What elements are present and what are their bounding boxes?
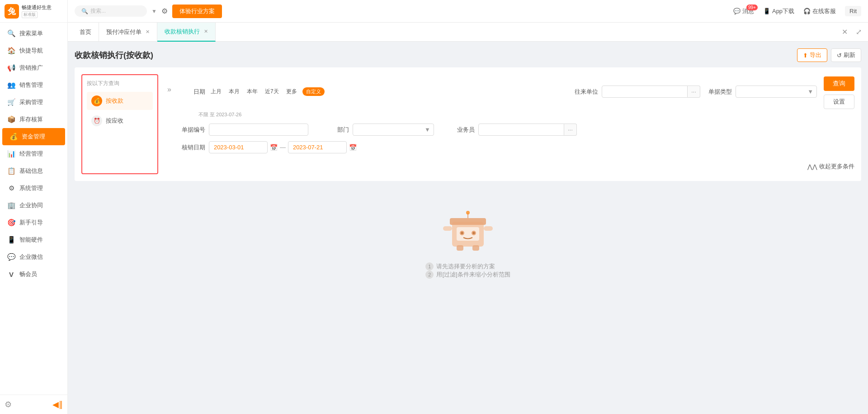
sidebar-item-guide[interactable]: 🎯 新手引导 (0, 214, 67, 231)
writeoff-date-start-input[interactable]: 2023-03-01 (209, 141, 268, 153)
sidebar-item-wechat[interactable]: 💬 企业微信 (0, 248, 67, 266)
sidebar-item-smart[interactable]: 📱 智能硬件 (0, 231, 67, 248)
doc-no-input[interactable] (209, 124, 308, 136)
tab-receipt-close-icon[interactable]: ✕ (204, 29, 208, 34)
svg-point-6 (473, 232, 475, 234)
app-name: 畅捷通好生意 (22, 4, 52, 10)
svg-rect-12 (472, 245, 479, 251)
writeoff-date-range: 2023-03-01 📅 — 2023-07-21 📅 (209, 141, 357, 153)
writeoff-date-end-input[interactable]: 2023-07-21 (288, 141, 347, 153)
sidebar-item-marketing[interactable]: 📢 营销推广 (0, 59, 67, 76)
collapse-sidebar-btn[interactable]: ◀‖ (52, 400, 63, 409)
sidebar-nav: 🔍 搜索菜单 🏠 快捷导航 📢 营销推广 👥 销售管理 🛒 采购管理 📦 库存核… (0, 23, 67, 395)
tab-bar: 首页 预付冲应付单 ✕ 收款核销执行 ✕ ✕ ⤢ (68, 23, 868, 42)
svg-rect-11 (457, 245, 463, 251)
staff-input-group: ··· (478, 124, 577, 136)
query-form: 日期 上月 本月 本年 近7天 更多 自定义 (180, 74, 854, 174)
dept-select-wrapper: ▼ (353, 124, 434, 136)
tab-prepay-offset[interactable]: 预付冲应付单 ✕ (99, 23, 157, 42)
sidebar-item-operation[interactable]: 📊 经营管理 (0, 145, 67, 162)
query-button[interactable]: 查询 (824, 76, 854, 91)
guide-icon: 🎯 (7, 219, 16, 227)
calendar-end-icon[interactable]: 📅 (349, 144, 357, 151)
sidebar-label-member: 畅会员 (19, 270, 37, 278)
page-title: 收款核销执行(按收款) (75, 50, 153, 61)
corp-icon: 🏢 (7, 201, 16, 209)
collapse-more-button[interactable]: ⋀⋀ 收起更多条件 (180, 159, 854, 174)
doc-type-field: 单据类型 ▼ (707, 86, 817, 98)
basic-icon: 📋 (7, 167, 16, 175)
sidebar-logo: 兔 畅捷通好生意 标准版 (0, 0, 67, 23)
staff-input[interactable] (478, 124, 564, 136)
filter-area: 按以下方查询 💰 按收款 ⏰ 按应收 » (75, 67, 861, 181)
step-2-text: 用[过滤]条件来缩小分析范围 (436, 271, 510, 279)
sidebar-item-search[interactable]: 🔍 搜索菜单 (0, 25, 67, 42)
sidebar-item-member[interactable]: V 畅会员 (0, 266, 67, 283)
doc-no-label: 单据编号 (180, 126, 205, 134)
doc-type-select[interactable] (736, 86, 817, 98)
search-icon: 🔍 (81, 8, 88, 14)
message-button[interactable]: 💬 消息 99+ (733, 7, 754, 15)
shortcut-this-month[interactable]: 本月 (227, 87, 241, 96)
message-badge: 99+ (746, 5, 758, 10)
dept-select[interactable] (353, 124, 434, 136)
counterparty-input[interactable] (602, 86, 688, 98)
sidebar-label-inventory: 库存核算 (19, 115, 43, 124)
action-buttons: 查询 设置 (824, 74, 854, 109)
shortcut-last-month[interactable]: 上月 (209, 87, 223, 96)
empty-steps: 1 请先选择要分析的方案 2 用[过滤]条件来缩小分析范围 (425, 262, 510, 279)
settings-footer-icon[interactable]: ⚙ (5, 400, 12, 409)
refresh-icon: ↺ (837, 52, 842, 59)
tab-prepay-close-icon[interactable]: ✕ (146, 29, 150, 35)
counterparty-action-btn[interactable]: ··· (688, 86, 700, 98)
gear-icon[interactable]: ⚙ (161, 7, 168, 15)
sidebar-item-capital[interactable]: 💰 资金管理 (2, 128, 65, 145)
settings-button[interactable]: 设置 (824, 95, 854, 109)
form-row-2: 单据编号 部门 ▼ (180, 124, 854, 136)
empty-state: 1 请先选择要分析的方案 2 用[过滤]条件来缩小分析范围 (75, 181, 861, 306)
expand-tab-button[interactable]: ⤢ (854, 26, 863, 38)
tab-receipt-offset[interactable]: 收款核销执行 ✕ (157, 23, 216, 42)
sidebar-item-sales[interactable]: 👥 销售管理 (0, 76, 67, 94)
sidebar-item-corp[interactable]: 🏢 企业协同 (0, 197, 67, 214)
search-placeholder: 搜索... (90, 7, 106, 15)
step-1-text: 请先选择要分析的方案 (436, 262, 495, 271)
staff-action-btn[interactable]: ··· (564, 124, 577, 136)
sidebar-label-corp: 企业协同 (19, 201, 43, 209)
filter-option-by-receipt[interactable]: 💰 按收款 (87, 92, 153, 110)
form-row-3: 核销日期 2023-03-01 📅 — 2023-07-21 📅 (180, 141, 854, 153)
shortcut-this-year[interactable]: 本年 (245, 87, 259, 96)
sidebar-label-marketing: 营销推广 (19, 64, 43, 72)
app-download-button[interactable]: 📱 App下载 (763, 7, 794, 15)
svg-rect-1 (450, 218, 486, 225)
calendar-start-icon[interactable]: 📅 (270, 144, 278, 151)
sidebar-label-purchase: 采购管理 (19, 98, 43, 106)
sidebar-label-quick-nav: 快捷导航 (19, 47, 43, 55)
tab-receipt-label: 收款核销执行 (165, 28, 200, 36)
sidebar-label-capital: 资金管理 (22, 133, 45, 141)
global-search-box[interactable]: 🔍 搜索... (75, 5, 147, 17)
doc-type-select-wrapper: ▼ (736, 86, 817, 98)
sidebar-label-sales: 销售管理 (19, 81, 43, 89)
search-icon: 🔍 (7, 29, 16, 38)
sidebar-item-quick-nav[interactable]: 🏠 快捷导航 (0, 42, 67, 59)
user-menu-button[interactable]: Rit (845, 6, 861, 16)
sidebar-item-basic[interactable]: 📋 基础信息 (0, 162, 67, 180)
filter-option-by-receivable[interactable]: ⏰ 按应收 (87, 112, 153, 130)
shortcut-more[interactable]: 更多 (284, 87, 299, 96)
industry-solution-button[interactable]: 体验行业方案 (172, 5, 222, 18)
refresh-button[interactable]: ↺ 刷新 (831, 48, 861, 62)
filter-panel-collapse-button[interactable]: » (165, 83, 174, 96)
tab-home[interactable]: 首页 (72, 23, 99, 42)
export-button[interactable]: ⬆ 导出 (797, 48, 827, 62)
sidebar-item-inventory[interactable]: 📦 库存核算 (0, 111, 67, 128)
sidebar-item-system[interactable]: ⚙ 系统管理 (0, 180, 67, 197)
close-tab-button[interactable]: ✕ (840, 26, 849, 38)
online-service-button[interactable]: 🎧 在线客服 (803, 7, 836, 15)
page-actions: ⬆ 导出 ↺ 刷新 (797, 48, 861, 62)
shortcut-7days[interactable]: 近7天 (263, 87, 281, 96)
sidebar-item-purchase[interactable]: 🛒 采购管理 (0, 94, 67, 111)
doc-no-field: 单据编号 (180, 124, 308, 136)
dropdown-arrow-icon[interactable]: ▼ (151, 8, 157, 14)
date-custom-tag[interactable]: 自定义 (302, 87, 325, 96)
